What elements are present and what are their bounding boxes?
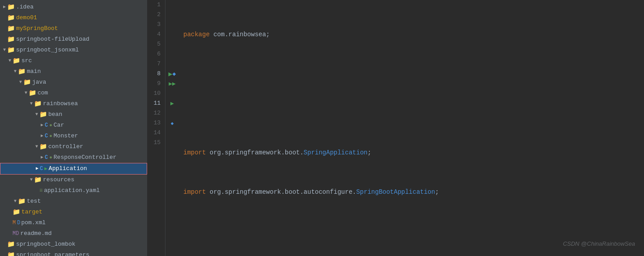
sidebar-item-springboot-fileupload[interactable]: 📁 springboot-fileUpload [0, 34, 147, 45]
sidebar-item-test[interactable]: ▼ 📁 test [0, 196, 147, 207]
arrow-monster: ▶ [39, 132, 45, 141]
sidebar-item-springboot-jsonxml[interactable]: ▼ 📁 springboot_jsonxml [0, 45, 147, 55]
gutter-1 [165, 0, 179, 10]
folder-icon-test: 📁 [18, 197, 25, 206]
sidebar-label-demo01: demo01 [16, 13, 37, 22]
line-num-7: 7 [152, 59, 161, 69]
folder-icon-fileupload: 📁 [7, 35, 15, 44]
file-tree[interactable]: ▶ 📁 .idea 📁 demo01 📁 mySpringBoot 📁 spri… [0, 0, 148, 256]
gutter-3 [165, 20, 179, 30]
gutter-7 [165, 59, 179, 69]
pom-badge: D [17, 218, 20, 227]
sidebar-label-controller: controller [48, 142, 83, 151]
line-num-6: 6 [152, 49, 161, 59]
line-numbers: 1 2 3 4 5 6 7 8 9 10 11 12 13 14 15 [148, 0, 165, 256]
sidebar-label-car: Car [54, 121, 64, 130]
gutter-10 [165, 89, 179, 98]
sidebar-item-monster[interactable]: ▶ C ● Monster [0, 131, 147, 141]
code-area[interactable]: 1 2 3 4 5 6 7 8 9 10 11 12 13 14 15 [148, 0, 644, 256]
folder-icon-jsonxml: 📁 [7, 46, 15, 55]
code-line-2 [183, 69, 640, 79]
sidebar-item-pom[interactable]: M D pom.xml [0, 218, 147, 228]
folder-icon-controller: 📁 [39, 142, 47, 151]
import-class-5: SpringBootApplication [356, 187, 435, 197]
sidebar-item-resources[interactable]: ▼ 📁 resources [0, 175, 147, 185]
sidebar-item-main[interactable]: ▼ 📁 main [0, 66, 147, 77]
sidebar-label-pom: pom.xml [21, 218, 46, 227]
sidebar-label-yaml: application.yaml [44, 186, 100, 195]
run-icon-line8[interactable]: ▶ [169, 70, 173, 78]
sidebar-item-responsecontroller[interactable]: ▶ C ● ResponseController [0, 152, 147, 163]
sidebar-item-demo01[interactable]: 📁 demo01 [0, 13, 147, 23]
arrow-java: ▼ [18, 78, 23, 87]
code-line-4: import org.springframework.boot.SpringAp… [183, 148, 640, 158]
keyword-import-5: import [183, 187, 210, 197]
run-icon-line11[interactable]: ▶ [170, 100, 174, 107]
gutter-14 [165, 128, 179, 138]
sidebar-label-com: com [38, 89, 48, 98]
code-line-3 [183, 108, 640, 118]
gutter-13: ◆ [165, 118, 179, 128]
code-line-6 [183, 226, 640, 236]
line-num-14: 14 [152, 128, 161, 138]
sidebar-item-car[interactable]: ▶ C ● Car [0, 120, 147, 131]
md-icon: MD [13, 229, 19, 238]
arrow-controller: ▼ [34, 142, 39, 151]
gutter-11: ▶ [165, 98, 179, 108]
sidebar-label-responsecontroller: ResponseController [54, 153, 116, 162]
gutter-5 [165, 39, 179, 49]
sidebar-item-springboot-lombok[interactable]: 📁 springboot_lombok [0, 239, 147, 250]
folder-icon-target: 📁 [13, 208, 20, 217]
sidebar-label-parameters: springboot_parameters [16, 251, 89, 256]
arrow-test: ▼ [13, 197, 18, 206]
sidebar-item-myspringboot[interactable]: 📁 mySpringBoot [0, 23, 147, 34]
folder-icon-lombok: 📁 [7, 240, 15, 249]
arrow-responsecontroller: ▶ [39, 153, 45, 162]
sidebar-item-controller[interactable]: ▼ 📁 controller [0, 141, 147, 152]
folder-icon-idea: 📁 [7, 3, 15, 12]
watermark: CSDN @ChinaRainbowSea [563, 240, 635, 247]
sidebar-item-application[interactable]: ▶ C ▶ Application [0, 163, 147, 175]
sidebar-label-main: main [27, 67, 41, 76]
code-editor: 1 2 3 4 5 6 7 8 9 10 11 12 13 14 15 [148, 0, 644, 256]
run-icon-line9[interactable]: ▶ [169, 80, 172, 87]
line-num-15: 15 [152, 138, 161, 148]
arrow-main: ▼ [13, 67, 18, 76]
folder-icon-rainbowsea: 📁 [34, 99, 42, 108]
sidebar-label-resources: resources [43, 175, 74, 184]
import-semi-5: ; [435, 187, 439, 197]
run-arrow-9[interactable]: ▶ [172, 80, 176, 87]
sidebar-item-idea[interactable]: ▶ 📁 .idea [0, 2, 147, 13]
sidebar-label-monster: Monster [54, 132, 78, 141]
folder-icon-bean: 📁 [39, 110, 47, 119]
subicon-car: ● [49, 121, 52, 130]
folder-icon-myspringboot: 📁 [7, 24, 15, 33]
import-class-4: SpringApplication [304, 148, 368, 158]
pom-icon: M [13, 218, 16, 227]
run-icon-application: ▶ [44, 164, 47, 173]
gutter-2 [165, 10, 179, 20]
sidebar-item-readme[interactable]: MD readme.md [0, 228, 147, 239]
class-icon-application: C [40, 164, 43, 173]
arrow-car: ▶ [39, 121, 45, 130]
code-content[interactable]: package com.rainbowsea; import org.sprin… [179, 0, 644, 256]
line-num-10: 10 [152, 89, 161, 98]
folder-icon-java: 📁 [23, 78, 31, 87]
sidebar-label-rainbowsea: rainbowsea [43, 99, 78, 108]
sidebar-label-idea: .idea [16, 3, 34, 12]
import-path-5: org.springframework.boot.autoconfigure. [210, 187, 356, 197]
sidebar-item-bean[interactable]: ▼ 📁 bean [0, 109, 147, 120]
sidebar-item-java[interactable]: ▼ 📁 java [0, 77, 147, 88]
sidebar-item-rainbowsea[interactable]: ▼ 📁 rainbowsea [0, 98, 147, 109]
sidebar-item-springboot-parameters[interactable]: 📁 springboot_parameters [0, 250, 147, 256]
arrow-src: ▼ [7, 56, 13, 65]
class-icon-car: C [45, 121, 48, 130]
sidebar-item-src[interactable]: ▼ 📁 src [0, 55, 147, 66]
line-num-8: 8 [152, 69, 161, 79]
yaml-icon: ≡ [39, 186, 42, 195]
folder-icon-src: 📁 [13, 56, 20, 65]
sidebar-item-target[interactable]: 📁 target [0, 207, 147, 218]
code-line-5: import org.springframework.boot.autoconf… [183, 187, 640, 197]
sidebar-item-application-yaml[interactable]: ≡ application.yaml [0, 185, 147, 196]
sidebar-item-com[interactable]: ▼ 📁 com [0, 88, 147, 98]
